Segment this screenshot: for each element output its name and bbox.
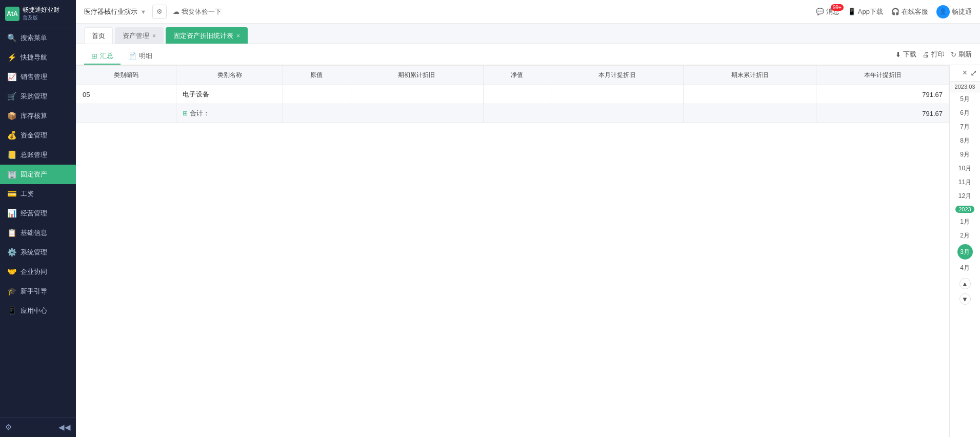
sidebar-item-system[interactable]: ⚙️ 系统管理 xyxy=(0,243,76,262)
sidebar-icon-operations: 📊 xyxy=(7,209,16,218)
sidebar-item-finance[interactable]: 💰 资金管理 xyxy=(0,126,76,145)
company-dropdown-arrow: ▼ xyxy=(141,9,146,15)
month-item-may[interactable]: 5月 xyxy=(950,92,980,106)
sidebar-icon-quick-nav: ⚡ xyxy=(7,53,16,62)
tab-depreciation[interactable]: 固定资产折旧统计表 × xyxy=(166,27,248,44)
customer-service-icon: 🎧 xyxy=(891,8,899,15)
sidebar-icon-system: ⚙️ xyxy=(7,248,16,257)
experience-button[interactable]: ☁ 我要体验一下 xyxy=(173,7,222,16)
sub-tab-summary[interactable]: ⊞ 汇总 xyxy=(84,48,121,65)
sub-tab-detail[interactable]: 📄 明细 xyxy=(121,48,159,65)
content-area: ⊞ 汇总 📄 明细 ⬇ 下载 🖨 打印 ↻ xyxy=(76,44,980,437)
company-selector[interactable]: 医疗器械行业演示 ▼ xyxy=(84,7,146,16)
sidebar-item-ledger[interactable]: 📒 总账管理 xyxy=(0,145,76,165)
sidebar-icon-salary: 💳 xyxy=(7,189,16,198)
sidebar-label-guide: 新手引导 xyxy=(21,287,47,296)
sidebar-item-enterprise[interactable]: 🤝 企业协同 xyxy=(0,262,76,282)
app-download-icon: 📱 xyxy=(848,8,856,15)
month-item-oct[interactable]: 10月 xyxy=(950,162,980,175)
side-panel: × ⤢ 2023.03 5月 6月 7月 8月 9月 10月 11月 12月 2… xyxy=(949,65,980,437)
month-item-aug[interactable]: 8月 xyxy=(950,134,980,148)
sidebar-label-ledger: 总账管理 xyxy=(21,150,47,160)
sidebar-item-fixed-assets[interactable]: 🏢 固定资产 xyxy=(0,165,76,184)
month-item-feb[interactable]: 2月 xyxy=(950,229,980,243)
row-original xyxy=(283,85,350,104)
sidebar: AtA 畅捷通好业财 普及版 🔍 搜索菜单 ⚡ 快捷导航 📈 销售管理 🛒 采购… xyxy=(0,0,76,437)
sidebar-icon-app-center: 📱 xyxy=(7,306,16,315)
nav-buttons: ▲ xyxy=(950,275,980,292)
sidebar-item-app-center[interactable]: 📱 应用中心 xyxy=(0,301,76,321)
row-name: 电子设备 xyxy=(176,85,283,104)
table-row[interactable]: 05 电子设备 791.67 xyxy=(76,85,949,104)
month-item-apr[interactable]: 4月 xyxy=(950,261,980,275)
month-item-sep[interactable]: 9月 xyxy=(950,148,980,162)
sidebar-footer: ⚙ ◀◀ xyxy=(0,417,76,437)
sidebar-item-salary[interactable]: 💳 工资 xyxy=(0,184,76,204)
avatar: 👤 xyxy=(936,5,950,18)
side-panel-header: × ⤢ xyxy=(950,65,980,82)
customer-service-button[interactable]: 🎧 在线客服 xyxy=(891,7,928,16)
sidebar-item-operations[interactable]: 📊 经营管理 xyxy=(0,204,76,223)
col-monthly-depr: 本月计提折旧 xyxy=(550,66,683,85)
month-item-jan[interactable]: 1月 xyxy=(950,215,980,229)
settings-button[interactable]: ⚙ xyxy=(152,5,167,19)
row-initial-depr xyxy=(350,85,483,104)
user-profile[interactable]: 👤 畅捷通 xyxy=(936,5,972,18)
sidebar-label-finance: 资金管理 xyxy=(21,131,47,140)
sidebar-label-purchase: 采购管理 xyxy=(21,92,47,101)
sidebar-icon-ledger: 📒 xyxy=(7,150,16,160)
sub-tabs: ⊞ 汇总 📄 明细 xyxy=(84,44,895,65)
total-monthly-depr xyxy=(550,104,683,123)
print-icon: 🖨 xyxy=(923,51,929,58)
side-panel-expand-button[interactable]: ⤢ xyxy=(970,68,977,78)
download-button[interactable]: ⬇ 下载 xyxy=(895,50,916,59)
row-annual-depr: 791.67 xyxy=(816,85,949,104)
year-badge-2023[interactable]: 2023 xyxy=(950,203,980,215)
col-original: 原值 xyxy=(283,66,350,85)
app-logo-icon: AtA xyxy=(5,7,19,21)
month-item-jun[interactable]: 6月 xyxy=(950,106,980,120)
month-item-mar-active[interactable]: 3月 xyxy=(957,244,973,260)
tab-asset-mgmt[interactable]: 资产管理 × xyxy=(115,27,164,44)
table-wrap[interactable]: 类别编码 类别名称 原值 期初累计折旧 净值 本月计提折旧 期末累计折旧 本年计… xyxy=(76,65,949,437)
month-item-dec[interactable]: 12月 xyxy=(950,189,980,203)
period-display: 2023.03 xyxy=(950,82,980,92)
tab-depreciation-close[interactable]: × xyxy=(236,32,240,39)
month-item-nov[interactable]: 11月 xyxy=(950,175,980,189)
sidebar-label-search: 搜索菜单 xyxy=(21,33,47,43)
notification-button[interactable]: 💬 消息 99+ xyxy=(816,7,839,16)
col-end-depr: 期末累计折旧 xyxy=(683,66,816,85)
app-logo-text: 畅捷通好业财 普及版 xyxy=(23,6,59,22)
sidebar-item-inventory[interactable]: 📦 库存核算 xyxy=(0,106,76,126)
tab-home[interactable]: 首页 xyxy=(84,27,113,44)
col-net-value: 净值 xyxy=(483,66,550,85)
sidebar-nav: 🔍 搜索菜单 ⚡ 快捷导航 📈 销售管理 🛒 采购管理 📦 库存核算 💰 资金管… xyxy=(0,28,76,417)
sidebar-icon-guide: 🎓 xyxy=(7,287,16,296)
sidebar-label-quick-nav: 快捷导航 xyxy=(21,53,47,62)
nav-next-button[interactable]: ▼ xyxy=(959,293,971,305)
print-button[interactable]: 🖨 打印 xyxy=(923,50,945,59)
sidebar-item-quick-nav[interactable]: ⚡ 快捷导航 xyxy=(0,48,76,67)
month-item-jul[interactable]: 7月 xyxy=(950,120,980,134)
sidebar-item-sales[interactable]: 📈 销售管理 xyxy=(0,67,76,87)
nav-prev-button[interactable]: ▲ xyxy=(959,278,971,289)
sidebar-item-basic-info[interactable]: 📋 基础信息 xyxy=(0,223,76,243)
side-panel-close-button[interactable]: × xyxy=(963,68,967,78)
refresh-button[interactable]: ↻ 刷新 xyxy=(951,50,972,59)
sidebar-item-search[interactable]: 🔍 搜索菜单 xyxy=(0,28,76,48)
tabs-bar: 首页 资产管理 × 固定资产折旧统计表 × xyxy=(76,24,980,44)
nav-buttons-down: ▼ xyxy=(950,292,980,306)
app-download-button[interactable]: 📱 App下载 xyxy=(848,7,883,16)
total-label: ⊞ 合计： xyxy=(176,104,283,123)
summary-icon: ⊞ xyxy=(91,52,97,60)
table-total-row: ⊞ 合计： 791.67 xyxy=(76,104,949,123)
depreciation-table: 类别编码 类别名称 原值 期初累计折旧 净值 本月计提折旧 期末累计折旧 本年计… xyxy=(76,65,949,123)
sidebar-item-guide[interactable]: 🎓 新手引导 xyxy=(0,282,76,301)
collapse-icon[interactable]: ◀◀ xyxy=(58,423,71,432)
total-annual-depr: 791.67 xyxy=(816,104,949,123)
tab-asset-mgmt-close[interactable]: × xyxy=(152,32,156,39)
download-icon: ⬇ xyxy=(895,51,901,58)
table-section: 类别编码 类别名称 原值 期初累计折旧 净值 本月计提折旧 期末累计折旧 本年计… xyxy=(76,65,949,437)
settings-icon[interactable]: ⚙ xyxy=(5,423,12,432)
sidebar-item-purchase[interactable]: 🛒 采购管理 xyxy=(0,87,76,106)
